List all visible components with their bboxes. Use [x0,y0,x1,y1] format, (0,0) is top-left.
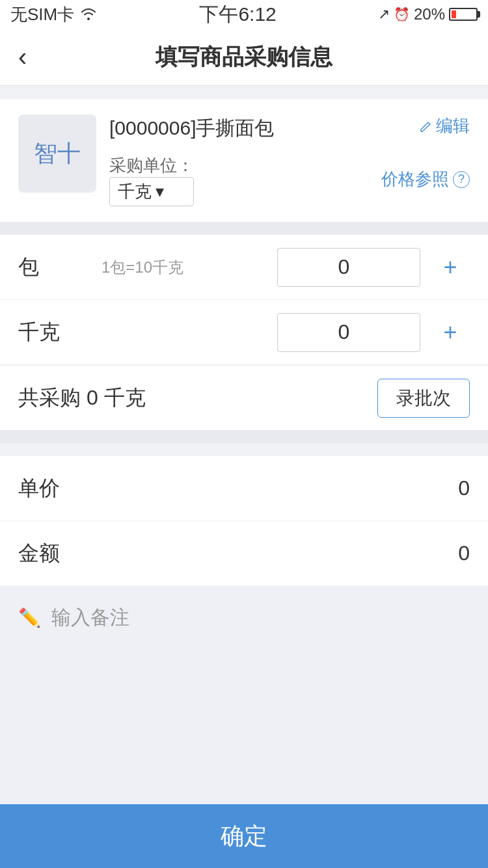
bag-sub-label: 1包=10千克 [102,257,183,278]
status-time: 下午6:12 [199,1,276,28]
batch-button[interactable]: 录批次 [377,379,470,418]
confirm-label: 确定 [221,821,267,852]
amount-row: 金额 0 [0,521,488,586]
amount-label: 金额 [18,539,60,568]
bag-quantity-input[interactable] [277,248,420,287]
purchase-unit-label: 采购单位： [109,156,194,175]
page-title: 填写商品采购信息 [156,42,332,72]
pencil-icon: ✏️ [18,607,41,629]
kg-control: + [96,313,470,352]
section-divider-2 [0,430,488,443]
edit-button[interactable]: 编辑 [419,115,470,137]
alarm-icon: ⏰ [394,7,410,22]
battery-icon [449,8,478,21]
bag-input-section: 包 1包=10千克 + 千克 + 共采购 0 千克 录批次 [0,235,488,430]
product-card: 智十 [0000006]手撕面包 编辑 采购单位： 千克 ▾ [0,99,488,222]
price-ref-button[interactable]: 价格参照 ? [381,168,470,191]
product-image: 智十 [18,115,96,193]
location-icon: ↗ [378,6,390,23]
nav-bar: ‹ 填写商品采购信息 [0,29,488,86]
confirm-button[interactable]: 确定 [0,804,488,868]
status-right: ↗ ⏰ 20% [378,5,478,23]
kg-input-row: 千克 + [0,300,488,365]
unit-price-value: 0 [458,476,470,500]
purchase-unit-row: 采购单位： 千克 ▾ 价格参照 ? [109,152,470,206]
dropdown-arrow-icon: ▾ [156,182,164,202]
summary-row: 共采购 0 千克 录批次 [0,365,488,430]
kg-label: 千克 [18,318,96,347]
unit-price-row: 单价 0 [0,456,488,521]
info-icon: ? [453,171,470,188]
battery-percent: 20% [414,5,445,23]
price-section: 单价 0 金额 0 [0,456,488,586]
wifi-icon [79,5,98,25]
bag-control: + [183,248,470,287]
status-left: 无SIM卡 [10,3,98,26]
unit-price-label: 单价 [18,474,60,503]
kg-plus-button[interactable]: + [431,313,470,352]
product-logo: 智十 [34,138,81,170]
bag-input-row: 包 1包=10千克 + [0,235,488,300]
summary-text: 共采购 0 千克 [18,384,146,413]
kg-quantity-input[interactable] [277,313,420,352]
amount-value: 0 [458,541,470,565]
unit-select[interactable]: 千克 ▾ [109,177,194,206]
product-info: [0000006]手撕面包 编辑 采购单位： 千克 ▾ 价格参照 ? [109,115,470,206]
bag-label: 包 [18,253,96,282]
carrier-text: 无SIM卡 [10,3,74,26]
status-bar: 无SIM卡 下午6:12 ↗ ⏰ 20% [0,0,488,29]
product-header: [0000006]手撕面包 编辑 [109,115,470,142]
remark-placeholder: 输入备注 [51,604,129,631]
remark-section[interactable]: ✏️ 输入备注 [0,586,488,649]
bag-plus-button[interactable]: + [431,248,470,287]
product-name: [0000006]手撕面包 [109,115,274,142]
back-button[interactable]: ‹ [18,42,27,72]
section-divider-1 [0,222,488,235]
